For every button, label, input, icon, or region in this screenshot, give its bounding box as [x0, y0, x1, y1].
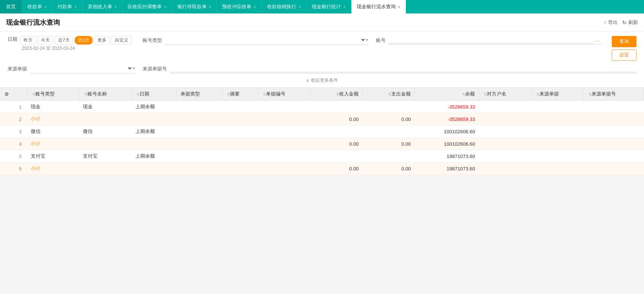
source-doc-no-input[interactable]: [170, 65, 636, 72]
nav-tab-verify[interactable]: 收款核销执行 ×: [262, 0, 306, 13]
row-date: [132, 163, 176, 175]
row-counterpart: [479, 163, 531, 175]
row-account-name: [79, 163, 131, 175]
row-doc-type: [176, 125, 222, 138]
row-account-name: [79, 138, 131, 150]
row-counterpart: [479, 138, 531, 150]
nav-tab-payment[interactable]: 付款单 ×: [52, 0, 82, 13]
col-balance-header[interactable]: ⇅余额: [415, 88, 479, 101]
table-row: 1现金现金上期余额-3528659.33: [0, 101, 644, 113]
close-icon[interactable]: ×: [74, 4, 77, 9]
col-source-doc-header[interactable]: ⇅来源单据: [531, 88, 583, 101]
nav-label: 应收应付调整单: [128, 3, 162, 10]
table-row: 6小计0.000.0019871073.60: [0, 163, 644, 175]
date-btn-7days[interactable]: 近7天: [55, 36, 73, 45]
page-header: 现金银行流水查询 ↑ 导出 ↻ 刷新: [0, 13, 644, 31]
header-actions: ↑ 导出 ↻ 刷新: [604, 19, 638, 26]
sort-icon: ⇅: [336, 92, 339, 96]
row-source-doc-no: [583, 163, 644, 175]
collapse-bar[interactable]: ∧ 收起更多条件: [8, 76, 636, 84]
gear-icon: ⚙: [5, 91, 9, 97]
row-account-name: 微信: [79, 125, 131, 138]
sort-icon: ⇅: [536, 92, 539, 96]
source-doc-select[interactable]: [30, 64, 133, 72]
row-counterpart: [479, 125, 531, 138]
row-summary: [222, 101, 258, 113]
row-date: 上期余额: [132, 150, 176, 163]
close-icon[interactable]: ×: [164, 4, 166, 9]
nav-label: 银行存取款单: [177, 3, 207, 10]
account-type-label: 账号类型: [143, 37, 162, 44]
row-gear: [0, 150, 14, 163]
row-source-doc: [531, 163, 583, 175]
page-title: 现金银行流水查询: [6, 18, 60, 27]
col-summary-header[interactable]: ⇅摘要: [222, 88, 258, 101]
date-btn-more[interactable]: 更多: [94, 36, 110, 45]
date-btn-custom[interactable]: 自定义: [111, 36, 132, 45]
col-account-type-header[interactable]: ⇅账号类型: [27, 88, 79, 101]
row-balance: 100102606.60: [415, 138, 479, 150]
row-balance: -3528659.33: [415, 113, 479, 125]
col-source-doc-no-header[interactable]: ⇅来源单据号: [583, 88, 644, 101]
row-doc-type: [176, 113, 222, 125]
col-income-header[interactable]: ⇅收入金额: [310, 88, 362, 101]
nav-tab-other-income[interactable]: 其他收入单 ×: [83, 0, 122, 13]
close-icon[interactable]: ×: [398, 4, 400, 9]
date-btn-yesterday[interactable]: 昨天: [20, 36, 36, 45]
data-table-container: ⚙ ⇅账号类型 ⇅账号名称 ⇅日期 单据类型 ⇅摘要 ⇅单据编号: [0, 88, 644, 175]
row-source-doc-no: [583, 150, 644, 163]
sort-icon: ⇅: [588, 92, 591, 96]
table-row: 2小计0.000.00-3528659.33: [0, 113, 644, 125]
col-account-name-header[interactable]: ⇅账号名称: [79, 88, 131, 101]
row-counterpart: [479, 150, 531, 163]
date-btn-today[interactable]: 今天: [38, 36, 53, 45]
nav-tab-adjustment[interactable]: 应收应付调整单 ×: [122, 0, 172, 13]
account-dots-button[interactable]: ...: [594, 36, 601, 43]
col-counterpart-header[interactable]: ⇅对方户名: [479, 88, 531, 101]
account-input[interactable]: [389, 36, 594, 43]
nav-tab-bank-flow[interactable]: 现金银行流水查询 ×: [351, 0, 406, 13]
close-icon[interactable]: ×: [209, 4, 211, 9]
nav-tab-home[interactable]: 首页: [0, 0, 22, 13]
row-counterpart: [479, 113, 531, 125]
close-icon[interactable]: ×: [44, 4, 47, 9]
row-source-doc: [531, 113, 583, 125]
col-date-header[interactable]: ⇅日期: [132, 88, 176, 101]
row-source-doc: [531, 125, 583, 138]
sort-icon: ⇅: [484, 92, 487, 96]
settings-button[interactable]: 设置: [612, 49, 636, 61]
row-income: 0.00: [310, 113, 362, 125]
col-gear-header[interactable]: ⚙: [0, 88, 14, 101]
date-btn-1month[interactable]: 近1月: [75, 36, 93, 45]
close-icon[interactable]: ×: [299, 4, 301, 9]
row-doc-type: [176, 163, 222, 175]
close-icon[interactable]: ×: [254, 4, 256, 9]
row-num: 6: [14, 163, 27, 175]
export-button[interactable]: ↑ 导出: [604, 19, 618, 26]
col-doc-type-header[interactable]: 单据类型: [176, 88, 222, 101]
nav-tab-bank-stats[interactable]: 现金银行统计 ×: [306, 0, 351, 13]
row-balance: -3528659.33: [415, 101, 479, 113]
account-type-select[interactable]: 现金 微信 支付宝: [165, 36, 366, 44]
query-button[interactable]: 查询: [612, 36, 636, 47]
row-source-doc: [531, 150, 583, 163]
table-body: 1现金现金上期余额-3528659.332小计0.000.00-3528659.…: [0, 101, 644, 175]
sort-icon: ⇅: [388, 92, 391, 96]
close-icon[interactable]: ×: [114, 4, 117, 9]
row-expense: [362, 101, 414, 113]
row-doc-no: [258, 113, 310, 125]
col-expense-header[interactable]: ⇅支出金额: [362, 88, 414, 101]
top-navigation: 首页 收款单 × 付款单 × 其他收入单 × 应收应付调整单 × 银行存取款单 …: [0, 0, 644, 13]
nav-tab-receipt[interactable]: 收款单 ×: [22, 0, 52, 13]
date-range-display: 2023-02-24 至 2023-03-24: [22, 45, 132, 52]
nav-tab-bank-deposit[interactable]: 银行存取款单 ×: [172, 0, 217, 13]
row-account-name: 现金: [79, 101, 131, 113]
row-doc-type: [176, 150, 222, 163]
row-account-type: 支付宝: [27, 150, 79, 163]
row-account-type: 现金: [27, 101, 79, 113]
close-icon[interactable]: ×: [343, 4, 345, 9]
row-expense: [362, 150, 414, 163]
nav-tab-prepayment[interactable]: 预收冲应收单 ×: [217, 0, 261, 13]
refresh-button[interactable]: ↻ 刷新: [622, 19, 638, 26]
col-doc-no-header[interactable]: ⇅单据编号: [258, 88, 310, 101]
